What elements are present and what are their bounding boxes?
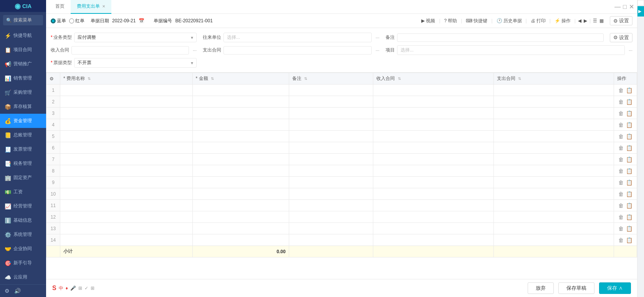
- income-contract-cell-11[interactable]: [373, 200, 493, 211]
- discard-button[interactable]: 放弃: [528, 282, 554, 294]
- expense-name-cell-14[interactable]: [60, 234, 193, 246]
- view-list-icon[interactable]: ☰: [593, 18, 597, 23]
- amount-cell-11[interactable]: [192, 200, 289, 211]
- expense-contract-cell-1[interactable]: [493, 85, 614, 96]
- income-contract-cell-2[interactable]: [373, 96, 493, 108]
- income-contract-cell-8[interactable]: [373, 165, 493, 177]
- expense-name-cell-9[interactable]: [60, 177, 193, 188]
- remark-cell-12[interactable]: [289, 211, 373, 223]
- expense-contract-cell-13[interactable]: [493, 223, 614, 234]
- nav-prev-icon[interactable]: ◀: [578, 18, 581, 23]
- expense-name-cell-1[interactable]: [60, 85, 193, 96]
- sidebar-item-marketing[interactable]: 📢 营销推广: [0, 57, 46, 71]
- copy-icon-7[interactable]: 📋: [626, 156, 632, 163]
- shortcuts-button[interactable]: ⌨ 快捷键: [464, 17, 489, 25]
- copy-icon-13[interactable]: 📋: [626, 226, 632, 232]
- income-contract-more-icon[interactable]: ···: [193, 48, 197, 53]
- amount-cell-9[interactable]: [192, 177, 289, 188]
- copy-icon-14[interactable]: 📋: [626, 237, 632, 243]
- income-contract-cell-14[interactable]: [373, 234, 493, 246]
- amount-cell-8[interactable]: [192, 165, 289, 177]
- expense-contract-cell-9[interactable]: [493, 177, 614, 188]
- history-button[interactable]: 🕐 历史单据: [495, 17, 523, 25]
- radio-red-input[interactable]: [69, 18, 74, 23]
- sidebar-item-system[interactable]: ⚙️ 系统管理: [0, 227, 46, 242]
- window-maximize-icon[interactable]: □: [623, 3, 627, 10]
- form-settings-button[interactable]: ⚙ 设置: [610, 33, 632, 42]
- sidebar-item-invoice[interactable]: 🧾 发票管理: [0, 142, 46, 156]
- tab-home[interactable]: 首页: [49, 0, 71, 14]
- remark-sort-icon[interactable]: ⇅: [304, 76, 307, 81]
- expense-name-cell-5[interactable]: [60, 131, 193, 142]
- expense-name-cell-10[interactable]: [60, 188, 193, 200]
- remark-cell-3[interactable]: [289, 108, 373, 119]
- project-more-icon[interactable]: ···: [629, 48, 632, 53]
- delete-icon-9[interactable]: 🗑: [618, 179, 624, 186]
- copy-icon-12[interactable]: 📋: [626, 214, 632, 220]
- expense-contract-cell-10[interactable]: [493, 188, 614, 200]
- expense-contract-cell-11[interactable]: [493, 200, 614, 211]
- income-contract-sort-icon[interactable]: ⇅: [398, 76, 401, 81]
- expense-name-cell-8[interactable]: [60, 165, 193, 177]
- project-select[interactable]: 选择...: [397, 45, 625, 55]
- radio-blue-label[interactable]: 蓝单: [51, 18, 66, 24]
- expense-contract-input[interactable]: [223, 46, 372, 55]
- save-draft-button[interactable]: 保存草稿: [558, 282, 594, 294]
- radio-red-label[interactable]: 红单: [69, 18, 84, 24]
- expense-contract-cell-2[interactable]: [493, 96, 614, 108]
- amount-cell-2[interactable]: [192, 96, 289, 108]
- print-button[interactable]: 🖨 打印: [529, 17, 547, 25]
- expense-name-cell-7[interactable]: [60, 154, 193, 165]
- income-contract-cell-1[interactable]: [373, 85, 493, 96]
- expense-name-cell-4[interactable]: [60, 119, 193, 131]
- operate-button[interactable]: ⚡ 操作: [553, 17, 572, 25]
- calendar-icon[interactable]: 📅: [139, 18, 144, 23]
- income-contract-input[interactable]: [71, 46, 189, 55]
- nav-next-icon[interactable]: ▶: [584, 18, 587, 23]
- amount-cell-3[interactable]: [192, 108, 289, 119]
- remark-cell-5[interactable]: [289, 131, 373, 142]
- delete-icon-10[interactable]: 🗑: [618, 191, 624, 197]
- amount-cell-7[interactable]: [192, 154, 289, 165]
- remark-cell-2[interactable]: [289, 96, 373, 108]
- income-contract-cell-5[interactable]: [373, 131, 493, 142]
- delete-icon-14[interactable]: 🗑: [618, 237, 624, 243]
- income-contract-cell-7[interactable]: [373, 154, 493, 165]
- sidebar-item-enterprise[interactable]: 🤝 企业协同: [0, 242, 46, 256]
- view-grid-icon[interactable]: ▦: [599, 18, 604, 23]
- income-contract-cell-10[interactable]: [373, 188, 493, 200]
- remark-input[interactable]: [397, 33, 604, 42]
- amount-cell-6[interactable]: [192, 142, 289, 154]
- remark-cell-4[interactable]: [289, 119, 373, 131]
- delete-icon-4[interactable]: 🗑: [618, 122, 624, 128]
- income-contract-cell-3[interactable]: [373, 108, 493, 119]
- expense-contract-cell-12[interactable]: [493, 211, 614, 223]
- income-contract-cell-13[interactable]: [373, 223, 493, 234]
- settings-bottom-icon[interactable]: ⚙: [5, 288, 10, 294]
- delete-icon-13[interactable]: 🗑: [618, 226, 624, 232]
- remark-cell-7[interactable]: [289, 154, 373, 165]
- amount-cell-13[interactable]: [192, 223, 289, 234]
- delete-icon-11[interactable]: 🗑: [618, 202, 624, 209]
- copy-icon-2[interactable]: 📋: [626, 99, 632, 105]
- sidebar-item-fixed-assets[interactable]: 🏢 固定资产: [0, 171, 46, 185]
- sidebar-item-operations[interactable]: 📈 经营管理: [0, 199, 46, 213]
- expense-name-cell-13[interactable]: [60, 223, 193, 234]
- partner-more-icon[interactable]: ···: [376, 35, 379, 40]
- window-close-icon[interactable]: ✕: [629, 3, 634, 10]
- copy-icon-9[interactable]: 📋: [626, 179, 632, 186]
- delete-icon-5[interactable]: 🗑: [618, 133, 624, 139]
- volume-bottom-icon[interactable]: 🔊: [14, 288, 21, 294]
- amount-cell-10[interactable]: [192, 188, 289, 200]
- invoice-type-select[interactable]: 不开票 ▾: [74, 58, 197, 68]
- settings-button[interactable]: ⚙ 设置: [610, 16, 632, 25]
- sidebar-item-project-contract[interactable]: 📋 项目合同: [0, 43, 46, 57]
- partner-select[interactable]: 选择...: [223, 33, 372, 42]
- remark-cell-13[interactable]: [289, 223, 373, 234]
- expense-name-cell-3[interactable]: [60, 108, 193, 119]
- copy-icon-1[interactable]: 📋: [626, 87, 632, 93]
- remark-cell-8[interactable]: [289, 165, 373, 177]
- copy-icon-4[interactable]: 📋: [626, 122, 632, 128]
- delete-icon-7[interactable]: 🗑: [618, 156, 624, 163]
- attachment-panel-tab[interactable]: 附: [637, 0, 644, 5]
